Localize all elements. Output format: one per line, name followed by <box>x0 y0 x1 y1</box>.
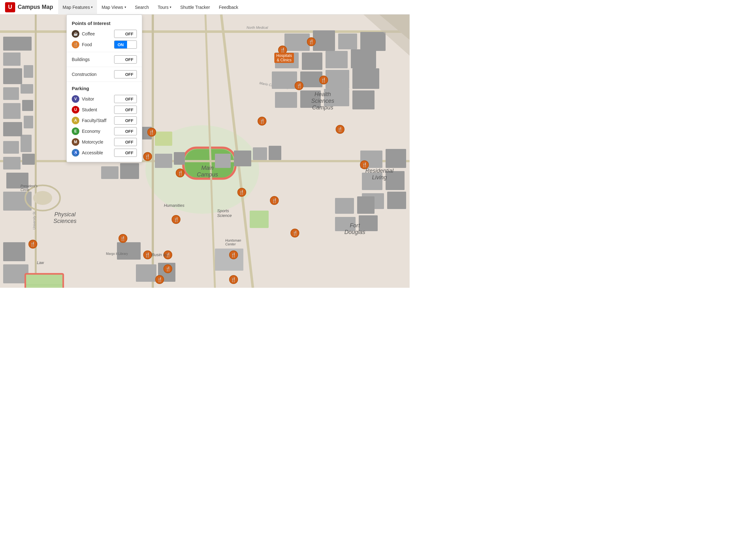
food-row: 🍴 Food ON <box>67 39 142 50</box>
food-marker[interactable]: 🍴 <box>172 215 180 224</box>
visitor-label: Visitor <box>82 96 94 101</box>
svg-rect-6 <box>250 210 269 228</box>
coffee-icon: ☕ <box>72 30 79 38</box>
motorcycle-toggle[interactable]: OFF <box>114 138 137 146</box>
parking-section-title: Parking <box>67 84 142 94</box>
accessible-icon: ♿ <box>72 149 79 156</box>
svg-rect-77 <box>25 274 63 288</box>
food-marker[interactable]: 🍴 <box>295 81 303 90</box>
accessible-row: ♿ Accessible OFF <box>67 147 142 158</box>
food-marker[interactable]: 🍴 <box>258 117 266 125</box>
divider <box>67 52 142 52</box>
logo-icon: U <box>5 2 15 12</box>
food-label: Food <box>82 42 92 47</box>
svg-rect-20 <box>3 141 19 154</box>
faculty-row: A Faculty/Staff OFF <box>67 115 142 126</box>
food-marker[interactable]: 🍴 <box>28 240 37 248</box>
svg-rect-44 <box>275 92 297 108</box>
svg-rect-54 <box>215 154 231 168</box>
logo-area[interactable]: U Campus Map <box>0 2 58 12</box>
svg-rect-39 <box>351 49 376 68</box>
economy-icon: E <box>72 127 79 135</box>
svg-rect-35 <box>360 32 386 51</box>
svg-rect-48 <box>101 166 119 179</box>
food-marker[interactable]: 🍴 <box>360 160 369 169</box>
food-marker[interactable]: 🍴 <box>290 228 299 237</box>
features-panel: Points of Interest ☕ Coffee OFF 🍴 Food O… <box>66 15 142 162</box>
economy-label: Economy <box>82 129 100 134</box>
food-marker[interactable]: 🍴 <box>163 264 172 273</box>
svg-rect-32 <box>284 33 310 51</box>
food-marker[interactable]: 🍴 <box>307 37 316 46</box>
student-label: Student <box>82 107 97 112</box>
divider <box>67 67 142 67</box>
svg-rect-52 <box>155 154 172 168</box>
visitor-toggle[interactable]: OFF <box>114 95 137 103</box>
food-marker[interactable]: 🍴 <box>143 152 152 161</box>
nav-map-features[interactable]: Map Features ▾ <box>58 0 97 15</box>
svg-rect-40 <box>272 71 297 89</box>
food-marker[interactable]: 🍴 <box>155 275 164 284</box>
nav-map-views[interactable]: Map Views ▾ <box>97 0 130 15</box>
svg-rect-22 <box>3 122 22 136</box>
motorcycle-row: M Motorcycle OFF <box>67 137 142 147</box>
svg-rect-70 <box>357 196 375 214</box>
food-marker[interactable]: 🍴 <box>229 250 238 259</box>
coffee-label: Coffee <box>82 31 95 36</box>
visitor-icon: V <box>72 95 79 103</box>
food-marker[interactable]: 🍴 <box>163 250 172 259</box>
nav-shuttle-tracker[interactable]: Shuttle Tracker <box>176 0 214 15</box>
caret-icon: ▾ <box>170 5 171 9</box>
food-marker[interactable]: 🍴 <box>176 168 185 177</box>
food-toggle[interactable]: ON <box>114 40 137 49</box>
construction-label: Construction <box>72 72 97 77</box>
economy-row: E Economy OFF <box>67 126 142 137</box>
app-title: Campus Map <box>18 4 53 10</box>
caret-icon: ▾ <box>125 5 126 9</box>
food-marker[interactable]: 🍴 <box>119 234 127 243</box>
buildings-toggle[interactable]: OFF <box>114 55 137 64</box>
svg-rect-66 <box>386 171 405 190</box>
student-toggle[interactable]: OFF <box>114 106 137 114</box>
svg-rect-57 <box>269 146 281 160</box>
food-marker[interactable]: 🍴 <box>147 128 156 137</box>
economy-toggle[interactable]: OFF <box>114 127 137 135</box>
student-icon: U <box>72 106 79 113</box>
food-marker[interactable]: 🍴 <box>229 275 238 284</box>
accessible-toggle[interactable]: OFF <box>114 149 137 157</box>
nav-tours[interactable]: Tours ▾ <box>153 0 176 15</box>
svg-rect-12 <box>152 15 154 288</box>
food-marker[interactable]: 🍴 <box>319 76 328 84</box>
svg-rect-30 <box>3 52 21 66</box>
food-icon: 🍴 <box>72 41 79 48</box>
svg-point-74 <box>33 191 52 205</box>
svg-rect-19 <box>22 154 35 165</box>
faculty-icon: A <box>72 117 79 124</box>
svg-rect-18 <box>3 157 21 169</box>
coffee-toggle[interactable]: OFF <box>114 30 137 38</box>
svg-rect-16 <box>3 192 32 210</box>
faculty-toggle[interactable]: OFF <box>114 116 137 125</box>
svg-rect-68 <box>387 192 406 209</box>
svg-rect-31 <box>3 37 32 51</box>
svg-rect-17 <box>6 173 28 188</box>
accessible-label: Accessible <box>82 150 103 155</box>
caret-icon: ▾ <box>91 5 93 9</box>
nav-feedback[interactable]: Feedback <box>214 0 242 15</box>
svg-text:Margo it Library: Margo it Library <box>106 252 128 255</box>
poi-section-title: Points of Interest <box>67 19 142 28</box>
map-container[interactable]: North Medical Mario Capecchi Dr. Univers… <box>0 15 410 288</box>
svg-text:University St.: University St. <box>33 211 36 229</box>
food-marker[interactable]: 🍴 <box>278 46 287 54</box>
buildings-row: Buildings OFF <box>67 54 142 65</box>
food-marker[interactable]: 🍴 <box>336 125 344 134</box>
construction-toggle[interactable]: OFF <box>114 70 137 78</box>
food-marker[interactable]: 🍴 <box>143 250 152 259</box>
svg-rect-60 <box>136 264 156 282</box>
svg-rect-58 <box>117 242 141 259</box>
svg-rect-55 <box>234 150 251 166</box>
food-marker[interactable]: 🍴 <box>270 196 279 205</box>
food-marker[interactable]: 🍴 <box>237 188 246 197</box>
nav-search[interactable]: Search <box>131 0 153 15</box>
svg-rect-36 <box>275 52 299 68</box>
